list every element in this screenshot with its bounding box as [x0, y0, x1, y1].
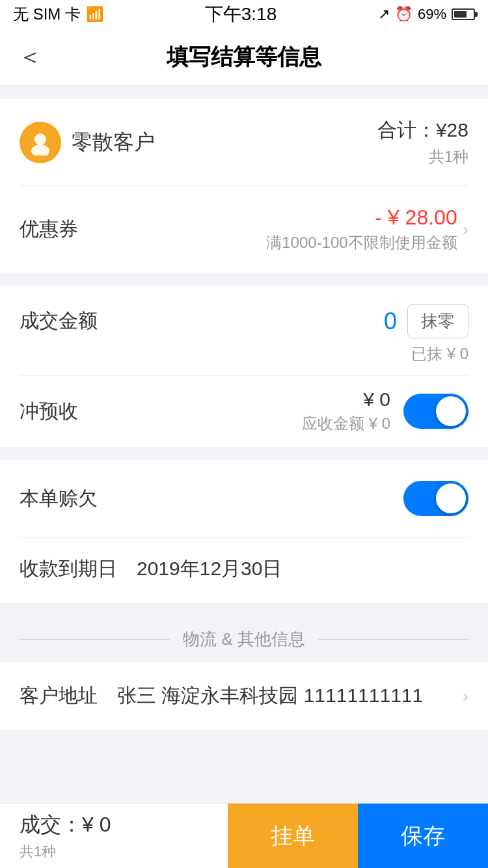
- deal-row: 成交金额 0 抹零: [20, 286, 468, 344]
- bottom-deal-amount: ¥ 0: [82, 813, 111, 836]
- coupon-right: - ¥ 28.00 满1000-100不限制使用金额 ›: [266, 206, 468, 253]
- wifi-icon: 📶: [86, 6, 103, 23]
- credit-row: 本单赊欠: [20, 460, 468, 537]
- status-right: ↗ ⏰ 69%: [378, 6, 475, 23]
- svg-point-1: [31, 144, 49, 156]
- customer-total: 合计：¥28: [377, 117, 468, 144]
- address-value: 张三 海淀永丰科技园 11111111111: [117, 683, 463, 709]
- bottom-deal-text: 成交：¥ 0: [20, 811, 208, 839]
- credit-toggle-knob: [436, 483, 466, 513]
- carrier-text: 无 SIM 卡: [13, 4, 81, 25]
- bottom-info: 成交：¥ 0 共1种: [0, 811, 228, 861]
- back-button[interactable]: ＜: [18, 41, 42, 73]
- section-gap-2: [0, 273, 488, 286]
- customer-row: 零散客户 合计：¥28 共1种: [20, 99, 468, 185]
- avatar-icon: [27, 129, 53, 156]
- prepay-values: ¥ 0 应收金额 ¥ 0: [302, 388, 390, 434]
- battery-fill: [454, 11, 467, 18]
- bottom-bar: 成交：¥ 0 共1种 挂单 保存: [0, 803, 488, 868]
- deal-section: 成交金额 0 抹零 已抹 ¥ 0 冲预收 ¥ 0 应收金额 ¥ 0: [0, 286, 488, 447]
- address-label: 客户地址: [20, 683, 98, 709]
- deal-label: 成交金额: [20, 308, 98, 334]
- customer-name: 零散客户: [72, 128, 155, 157]
- status-left: 无 SIM 卡 📶: [13, 4, 103, 25]
- address-section: 客户地址 张三 海淀永丰科技园 11111111111 ›: [0, 662, 488, 730]
- nav-bar: ＜ 填写结算等信息: [0, 29, 488, 86]
- customer-section: 零散客户 合计：¥28 共1种 优惠券 - ¥ 28.00 满1000-100不…: [0, 99, 488, 273]
- credit-toggle[interactable]: [403, 481, 468, 516]
- address-row[interactable]: 客户地址 张三 海淀永丰科技园 11111111111 ›: [20, 662, 468, 730]
- bottom-count: 共1种: [20, 842, 208, 861]
- prepay-receivable: 应收金额 ¥ 0: [302, 413, 390, 434]
- deal-sub-text: 已抹 ¥ 0: [411, 344, 468, 364]
- duedate-row: 收款到期日 2019年12月30日: [20, 537, 468, 603]
- deal-amount: 0: [384, 308, 397, 335]
- coupon-description: 满1000-100不限制使用金额: [266, 232, 457, 253]
- toggle-knob: [436, 396, 466, 426]
- section-gap-3: [0, 447, 488, 460]
- address-chevron-icon: ›: [463, 686, 468, 707]
- page-title: 填写结算等信息: [167, 42, 321, 72]
- bottom-deal-label: 成交：: [20, 813, 82, 836]
- location-icon: ↗: [378, 6, 390, 23]
- coupon-row[interactable]: 优惠券 - ¥ 28.00 满1000-100不限制使用金额 ›: [20, 186, 468, 273]
- prepay-right: ¥ 0 应收金额 ¥ 0: [302, 388, 468, 434]
- prepay-toggle[interactable]: [403, 394, 468, 429]
- save-button[interactable]: 保存: [358, 804, 488, 868]
- prepay-row: 冲预收 ¥ 0 应收金额 ¥ 0: [20, 375, 468, 447]
- credit-section: 本单赊欠 收款到期日 2019年12月30日: [0, 460, 488, 603]
- duedate-label: 收款到期日: [20, 556, 117, 582]
- alarm-icon: ⏰: [395, 6, 413, 23]
- status-bar: 无 SIM 卡 📶 下午3:18 ↗ ⏰ 69%: [0, 0, 488, 29]
- avatar: [20, 122, 61, 163]
- pending-button[interactable]: 挂单: [228, 804, 358, 868]
- coupon-label: 优惠券: [20, 216, 78, 243]
- svg-point-0: [34, 133, 46, 145]
- coupon-content: - ¥ 28.00 满1000-100不限制使用金额: [266, 206, 457, 253]
- duedate-value: 2019年12月30日: [137, 556, 282, 582]
- section-gap-1: [0, 86, 488, 99]
- prepay-label: 冲预收: [20, 398, 78, 425]
- logistics-section: 物流 & 其他信息: [0, 616, 488, 662]
- prepay-amount: ¥ 0: [302, 388, 390, 411]
- section-gap-4: [0, 603, 488, 616]
- customer-right: 合计：¥28 共1种: [377, 117, 468, 167]
- round-off-button[interactable]: 抹零: [407, 304, 468, 338]
- coupon-amount: - ¥ 28.00: [266, 206, 457, 230]
- deal-sub: 已抹 ¥ 0: [20, 344, 468, 375]
- logistics-label: 物流 & 其他信息: [170, 628, 318, 651]
- battery-percent: 69%: [418, 6, 446, 23]
- battery-icon: [452, 8, 475, 20]
- spacer-bottom: [0, 730, 488, 808]
- credit-label: 本单赊欠: [20, 485, 98, 512]
- customer-count: 共1种: [377, 146, 468, 167]
- chevron-right-icon: ›: [463, 219, 468, 240]
- status-time: 下午3:18: [205, 2, 277, 27]
- deal-right: 0 抹零: [384, 304, 468, 338]
- customer-left: 零散客户: [20, 122, 155, 163]
